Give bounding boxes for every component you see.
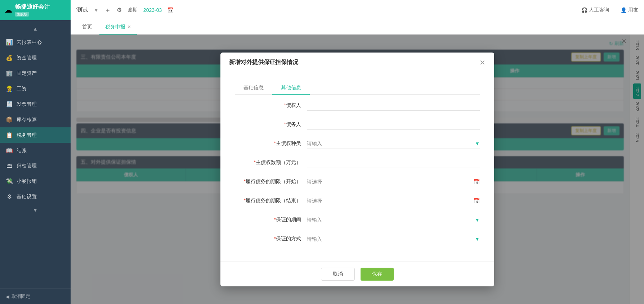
sidebar-item-label: 固定资产 [17,70,37,77]
tab-tax-report[interactable]: 税务申报 ✕ [99,20,137,35]
guarantee-method-chevron-icon[interactable]: ▼ [475,236,480,242]
modal-footer: 取消 保存 [220,262,494,286]
sidebar-cancel-fixed-button[interactable]: ◀ 取消固定 [0,289,71,304]
left-arrow-icon: ◀ [6,294,9,299]
guarantee-period-input[interactable] [307,217,475,223]
add-button[interactable]: ＋ [104,6,111,14]
sidebar-item-payroll[interactable]: 👷 工资 [0,81,71,96]
sidebar-bottom-label: 取消固定 [12,293,30,300]
creditor-input[interactable] [307,100,480,111]
period-value: 2023-03 [143,7,162,13]
support-button[interactable]: 🎧 人工咨询 [581,7,609,13]
expense-icon: 💸 [6,178,13,185]
user-icon: 👤 [621,7,627,13]
user-label: 用友 [628,7,638,13]
sidebar-nav: ▲ 📊 云报表中心 💰 资金管理 🏢 固定资产 👷 工资 🧾 发票管理 [0,20,71,289]
support-label: 人工咨询 [589,7,609,13]
sidebar-item-tax-mgmt[interactable]: 📋 税务管理 [0,127,71,143]
sidebar-item-expense[interactable]: 💸 小畅报销 [0,173,71,189]
modal-close-button[interactable]: ✕ [479,58,486,67]
guarantee-period-label: *保证的期间 [235,217,307,223]
form-field-guarantee-period: *保证的期间 ▼ [235,215,480,225]
sub-tab-basic[interactable]: 基础信息 [235,82,272,94]
project-name: 测试 [76,6,88,14]
sidebar-item-fund-mgmt[interactable]: 💰 资金管理 [0,50,71,65]
sub-tab-basic-label: 基础信息 [243,85,264,90]
archive-icon: 🗃 [6,163,13,169]
tabbar: 首页 税务申报 ✕ [71,20,644,35]
sidebar-item-label: 税务管理 [17,132,37,139]
cancel-button[interactable]: 取消 [321,268,355,281]
sidebar-item-archive-mgmt[interactable]: 🗃 归档管理 [0,158,71,173]
creditor-label: *债权人 [235,102,307,109]
logo-name: 畅捷通好会计 [15,3,50,11]
sidebar-item-label: 云报表中心 [17,39,42,46]
guarantee-method-label: *保证的方式 [235,236,307,242]
sidebar-item-label: 基础设置 [17,194,37,200]
sub-tab-other[interactable]: 其他信息 [272,82,310,95]
modal-header: 新增对外提供保证担保情况 ✕ [220,53,494,73]
project-chevron-icon[interactable]: ▼ [94,7,99,13]
period-start-date-wrapper: 📅 [307,177,480,187]
claim-type-input[interactable] [307,141,475,146]
form-field-debtor: *债务人 [235,119,480,130]
guarantee-method-input[interactable] [307,236,475,242]
form-field-guarantee-method: *保证的方式 ▼ [235,234,480,244]
save-button[interactable]: 保存 [361,268,394,281]
sidebar-item-accounting[interactable]: 📖 结账 [0,143,71,158]
period-end-input[interactable] [307,198,474,204]
sidebar-logo: ☁ 畅捷通好会计 旗舰版 [0,0,71,20]
scroll-up-button[interactable]: ▲ [0,23,71,35]
tab-close-icon[interactable]: ✕ [128,24,131,30]
claim-amount-input[interactable] [307,158,480,168]
logo-icon: ☁ [4,5,12,15]
form-field-creditor: *债权人 [235,100,480,111]
sidebar-item-label: 发票管理 [17,101,37,108]
form-field-period-start: *履行债务的期限（开始） 📅 [235,177,480,187]
tab-tax-report-label: 税务申报 [105,24,125,30]
period-end-calendar-icon[interactable]: 📅 [474,198,480,204]
inventory-icon: 📦 [6,116,13,123]
content-area: ↻ 刷新 三、有限责任公司本年度 复制上年度 新增 [71,35,644,304]
guarantee-period-chevron-icon[interactable]: ▼ [475,217,480,223]
settings-icon: ⚙ [6,193,13,200]
sidebar-item-basic-settings[interactable]: ⚙ 基础设置 [0,189,71,204]
form-field-claim-type: *主债权种类 ▼ [235,139,480,149]
sidebar-item-cloud-reports[interactable]: 📊 云报表中心 [0,35,71,50]
guarantee-method-select-wrapper: ▼ [307,234,480,244]
guarantee-period-select-wrapper: ▼ [307,215,480,225]
fund-mgmt-icon: 💰 [6,54,13,61]
settings-button[interactable]: ⚙ [117,6,122,13]
period-start-calendar-icon[interactable]: 📅 [474,179,480,185]
period-start-input[interactable] [307,179,474,185]
form-field-period-end: *履行债务的期限（结束） 📅 [235,196,480,206]
fixed-assets-icon: 🏢 [6,70,13,77]
sidebar-item-invoice-mgmt[interactable]: 🧾 发票管理 [0,96,71,112]
sidebar-item-label: 小畅报销 [17,178,37,185]
sub-tab-other-label: 其他信息 [281,85,301,90]
debtor-label: *债务人 [235,121,307,128]
scroll-down-button[interactable]: ▼ [0,204,71,216]
period-end-date-wrapper: 📅 [307,196,480,206]
debtor-input[interactable] [307,119,480,130]
sidebar-item-label: 归档管理 [17,163,37,169]
period-end-label: *履行债务的期限（结束） [235,198,307,204]
sidebar-item-inventory[interactable]: 📦 库存核算 [0,112,71,127]
user-button[interactable]: 👤 用友 [621,7,638,13]
tax-icon: 📋 [6,132,13,139]
calendar-icon[interactable]: 📅 [167,7,174,13]
sidebar-item-label: 结账 [17,148,27,154]
modal-title: 新增对外提供保证担保情况 [229,59,298,66]
claim-amount-label: *主债权数额（万元） [235,159,307,166]
sidebar: ☁ 畅捷通好会计 旗舰版 ▲ 📊 云报表中心 💰 资金管理 🏢 固定资产 � [0,0,71,304]
claim-type-select-wrapper: ▼ [307,139,480,149]
tab-home-label: 首页 [82,24,92,30]
payroll-icon: 👷 [6,85,13,92]
headset-icon: 🎧 [581,7,587,13]
logo-badge: 旗舰版 [15,12,29,17]
accounting-icon: 📖 [6,147,13,154]
claim-type-chevron-icon[interactable]: ▼ [475,141,480,146]
sidebar-item-fixed-assets[interactable]: 🏢 固定资产 [0,65,71,81]
tab-home[interactable]: 首页 [76,20,98,35]
claim-type-label: *主债权种类 [235,140,307,147]
